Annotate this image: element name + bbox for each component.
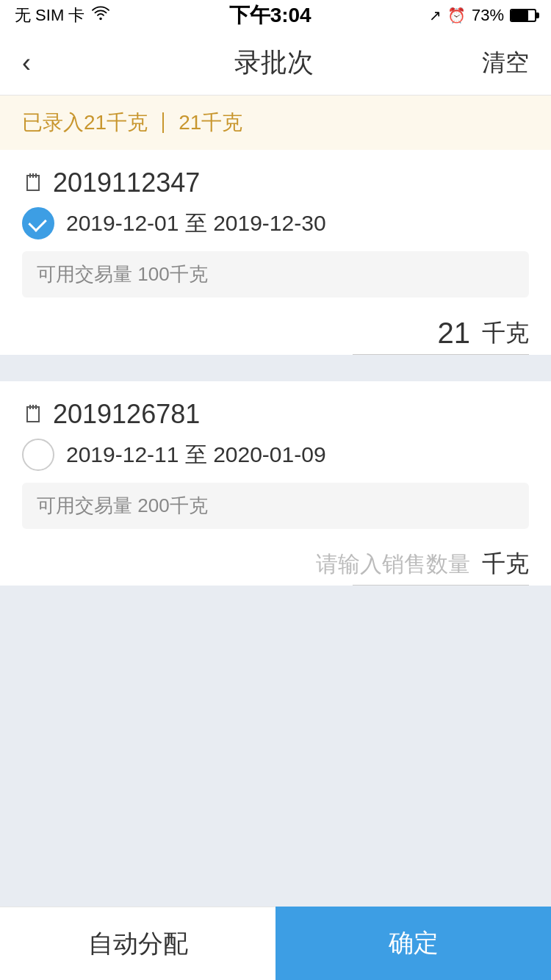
auto-distribute-button[interactable]: 自动分配 — [0, 907, 276, 980]
clear-button[interactable]: 清空 — [482, 47, 529, 79]
status-left: 无 SIM 卡 — [15, 4, 111, 26]
quantity-row-2[interactable]: 请输入销售数量 千克 — [0, 541, 551, 580]
battery-text: 73% — [472, 6, 504, 25]
location-icon: ↗ — [429, 7, 442, 24]
quantity-value-1: 21 — [438, 317, 471, 350]
available-row-1: 可用交易量 100千克 — [22, 251, 529, 298]
bottom-bar: 自动分配 确定 — [0, 907, 551, 980]
quantity-row-1: 21 千克 — [0, 309, 551, 350]
quantity-placeholder-2: 请输入销售数量 — [316, 550, 470, 580]
batch-date-1: 2019-12-01 至 2019-12-30 — [66, 209, 326, 239]
batch-card-2: 🗒 2019126781 2019-12-11 至 2020-01-09 可用交… — [0, 381, 551, 586]
info-amount: 21千克 — [179, 109, 242, 137]
back-button[interactable]: ‹ — [22, 48, 66, 79]
available-text-1: 可用交易量 100千克 — [37, 263, 208, 285]
confirm-button[interactable]: 确定 — [276, 907, 551, 980]
wifi-icon — [90, 6, 111, 25]
available-text-2: 可用交易量 200千克 — [37, 494, 208, 516]
status-right: ↗ ⏰ 73% — [429, 6, 536, 25]
batch-icon-1: 🗒 — [22, 170, 46, 197]
radio-button-1[interactable] — [22, 207, 54, 239]
batch-date-2: 2019-12-11 至 2020-01-09 — [66, 440, 326, 470]
batch-date-row-2: 2019-12-11 至 2020-01-09 — [0, 436, 551, 480]
quantity-unit-1: 千克 — [482, 317, 529, 350]
info-bar: 已录入21千克 21千克 — [0, 96, 551, 150]
batch-card-1: 🗒 2019112347 2019-12-01 至 2019-12-30 可用交… — [0, 150, 551, 355]
page-title: 录批次 — [234, 45, 314, 81]
alarm-icon: ⏰ — [447, 7, 466, 24]
status-time: 下午3:04 — [229, 1, 311, 29]
batch-number-2: 2019126781 — [53, 399, 200, 430]
nav-bar: ‹ 录批次 清空 — [0, 31, 551, 96]
quantity-unit-2: 千克 — [482, 548, 529, 580]
content-area: 已录入21千克 21千克 🗒 2019112347 2019-12-01 至 2… — [0, 96, 551, 907]
radio-button-2[interactable] — [22, 439, 54, 471]
available-row-2: 可用交易量 200千克 — [22, 483, 529, 529]
batch-header-2: 🗒 2019126781 — [0, 381, 551, 436]
batch-icon-2: 🗒 — [22, 401, 46, 428]
info-divider — [162, 112, 164, 133]
empty-space — [0, 600, 551, 907]
recorded-label: 已录入21千克 — [22, 109, 148, 137]
status-bar: 无 SIM 卡 下午3:04 ↗ ⏰ 73% — [0, 0, 551, 31]
batch-number-1: 2019112347 — [53, 167, 200, 198]
batch-header-1: 🗒 2019112347 — [0, 150, 551, 204]
battery-icon — [510, 9, 536, 22]
quantity-underline-1 — [353, 354, 529, 355]
separator-1 — [0, 370, 551, 381]
no-sim-text: 无 SIM 卡 — [15, 4, 84, 26]
quantity-underline-2 — [353, 585, 529, 586]
batch-date-row-1: 2019-12-01 至 2019-12-30 — [0, 204, 551, 248]
